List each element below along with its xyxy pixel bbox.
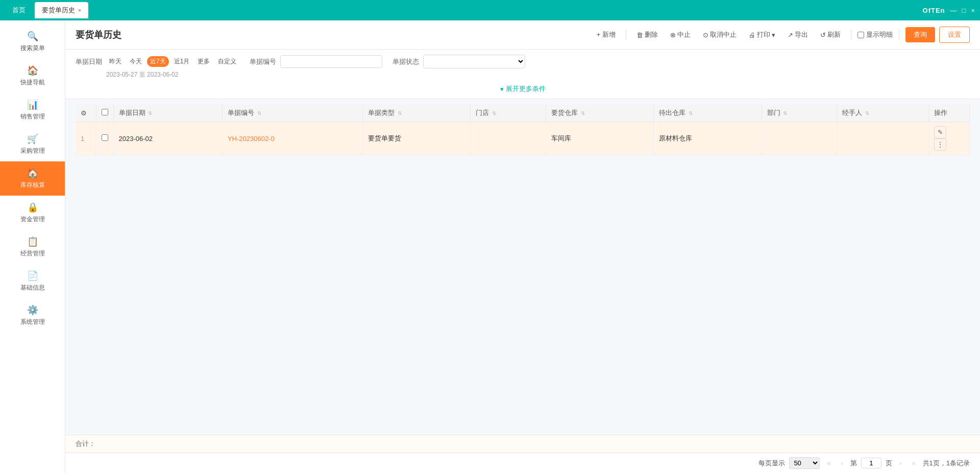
delete-icon: 🗑	[636, 31, 643, 39]
inventory-icon: 🏠	[27, 168, 38, 179]
date-pills: 昨天 今天 近7天 近1月 更多 自定义	[106, 56, 239, 67]
sales-icon: 📊	[27, 99, 38, 110]
stop-icon: ⊗	[670, 31, 676, 39]
sidebar-item-sales[interactable]: 📊 销售管理	[0, 93, 65, 127]
sidebar-item-base-info[interactable]: 📄 基础信息	[0, 264, 65, 298]
th-pending-warehouse[interactable]: 待出仓库 ⇅	[654, 104, 762, 122]
last-page-btn[interactable]: »	[909, 458, 918, 468]
select-all-checkbox[interactable]	[102, 109, 108, 115]
table-row: 1 2023-06-02 YH-20230602-0 要货单要货 车间库 原材料…	[76, 122, 970, 155]
first-page-btn[interactable]: «	[824, 458, 834, 468]
filter-row: 单据日期 昨天 今天 近7天 近1月 更多 自定义 单据编号 单据状态	[76, 55, 970, 68]
sidebar-item-label: 资金管理	[20, 215, 45, 224]
row-checkbox[interactable]	[102, 134, 108, 141]
window-min-btn[interactable]: —	[950, 7, 957, 14]
pagination-bar: 每页显示 50 100 200 « ‹ 第 页 › » 共1页，1条记录	[65, 453, 980, 473]
th-settings[interactable]: ⚙	[76, 104, 96, 122]
cell-handler	[837, 122, 929, 155]
print-icon: 🖨	[749, 31, 755, 39]
tab-home[interactable]: 首页	[5, 2, 33, 18]
new-button[interactable]: + 新增	[593, 28, 620, 41]
window-max-btn[interactable]: □	[962, 7, 966, 14]
date-pill-custom[interactable]: 自定义	[215, 56, 239, 67]
date-filter: 单据日期 昨天 今天 近7天 近1月 更多 自定义	[76, 56, 239, 67]
brand-logo: OfTEn	[923, 7, 945, 14]
date-pill-more[interactable]: 更多	[194, 56, 213, 67]
prev-page-btn[interactable]: ‹	[838, 458, 846, 468]
sidebar-item-finance[interactable]: 🔒 资金管理	[0, 196, 65, 230]
th-department[interactable]: 部门 ⇅	[762, 104, 837, 122]
th-order-type[interactable]: 单据类型 ⇅	[362, 104, 470, 122]
page-suffix: 页	[886, 459, 892, 468]
page-input[interactable]	[861, 458, 881, 468]
cell-pending-warehouse: 原材料仓库	[654, 122, 762, 155]
sidebar-item-operations[interactable]: 📋 经营管理	[0, 230, 65, 264]
purchase-icon: 🛒	[27, 133, 38, 145]
cell-store	[471, 122, 546, 155]
cancel-stop-button[interactable]: ⊙ 取消中止	[699, 28, 741, 41]
query-button[interactable]: 查询	[905, 27, 935, 42]
th-store[interactable]: 门店 ⇅	[471, 104, 546, 122]
th-operation: 操作	[929, 104, 970, 122]
settings-button[interactable]: 设置	[939, 27, 970, 43]
table-footer: 合计：	[65, 435, 980, 453]
tab-close-icon[interactable]: ×	[78, 7, 81, 13]
export-icon: ↗	[788, 31, 793, 39]
system-icon: ⚙️	[27, 304, 38, 316]
sidebar-item-purchase[interactable]: 🛒 采购管理	[0, 127, 65, 161]
order-no-link[interactable]: YH-20230602-0	[228, 135, 275, 143]
row-more-btn[interactable]: ⋮	[934, 138, 946, 151]
next-page-btn[interactable]: ›	[896, 458, 904, 468]
cell-date: 2023-06-02	[113, 122, 222, 155]
cell-department	[762, 122, 837, 155]
search-menu-icon: 🔍	[27, 31, 38, 42]
header-actions: + 新增 🗑 删除 ⊗ 中止 ⊙ 取消中止 🖨 打印 ▾	[593, 27, 970, 43]
cell-operation: ✎ ⋮	[929, 122, 970, 155]
sidebar-item-quick-nav[interactable]: 🏠 快捷导航	[0, 59, 65, 93]
order-no-label: 单据编号	[250, 57, 276, 66]
status-filter: 单据状态	[393, 55, 525, 68]
print-dropdown-icon: ▾	[772, 31, 775, 39]
show-detail-label[interactable]: 显示明细	[857, 30, 893, 39]
row-edit-btn[interactable]: ✎	[934, 126, 946, 138]
status-select[interactable]	[423, 55, 525, 68]
date-pill-today[interactable]: 今天	[127, 56, 145, 67]
order-no-input[interactable]	[280, 55, 382, 68]
per-page-select[interactable]: 50 100 200	[789, 457, 820, 469]
date-pill-yesterday[interactable]: 昨天	[106, 56, 125, 67]
export-button[interactable]: ↗ 导出	[783, 28, 812, 41]
date-pill-7days[interactable]: 近7天	[147, 56, 169, 67]
sidebar-item-label: 系统管理	[20, 318, 45, 326]
per-page-label: 每页显示	[758, 459, 785, 468]
cell-order-no[interactable]: YH-20230602-0	[222, 122, 362, 155]
print-button[interactable]: 🖨 打印 ▾	[745, 28, 779, 41]
expand-filter-btn[interactable]: ▾ 展开更多条件	[500, 84, 546, 93]
divider-3	[899, 30, 899, 40]
finance-icon: 🔒	[27, 202, 38, 213]
refresh-button[interactable]: ↺ 刷新	[816, 28, 845, 41]
show-detail-checkbox[interactable]	[857, 32, 864, 38]
page-header: 要货单历史 + 新增 🗑 删除 ⊗ 中止 ⊙ 取消中止 🖨 打	[65, 20, 980, 50]
th-handler[interactable]: 经手人 ⇅	[837, 104, 929, 122]
delete-button[interactable]: 🗑 删除	[632, 28, 662, 41]
top-bar-right: OfTEn — □ ×	[923, 7, 975, 14]
date-pill-1month[interactable]: 近1月	[171, 56, 193, 67]
sidebar-item-system[interactable]: ⚙️ 系统管理	[0, 298, 65, 333]
stop-button[interactable]: ⊗ 中止	[666, 28, 695, 41]
window-close-btn[interactable]: ×	[971, 7, 975, 14]
th-req-warehouse[interactable]: 要货仓库 ⇅	[546, 104, 654, 122]
cell-checkbox[interactable]	[96, 122, 113, 155]
sidebar-item-label: 销售管理	[20, 112, 45, 121]
sidebar-item-search-menu[interactable]: 🔍 搜索菜单	[0, 25, 65, 59]
expand-icon: ▾	[500, 85, 504, 93]
th-order-no[interactable]: 单据编号 ⇅	[222, 104, 362, 122]
order-no-filter: 单据编号	[250, 55, 382, 68]
cancel-stop-icon: ⊙	[703, 31, 708, 39]
content-area: 要货单历史 + 新增 🗑 删除 ⊗ 中止 ⊙ 取消中止 🖨 打	[65, 20, 980, 473]
sidebar-item-inventory[interactable]: 🏠 库存核算	[0, 161, 65, 196]
th-date[interactable]: 单据日期 ⇅	[113, 104, 222, 122]
th-checkbox[interactable]	[96, 104, 113, 122]
tab-current[interactable]: 要货单历史 ×	[35, 2, 88, 18]
total-info: 共1页，1条记录	[923, 459, 970, 468]
sidebar: 🔍 搜索菜单 🏠 快捷导航 📊 销售管理 🛒 采购管理 🏠 库存核算 🔒 资金管…	[0, 20, 65, 473]
